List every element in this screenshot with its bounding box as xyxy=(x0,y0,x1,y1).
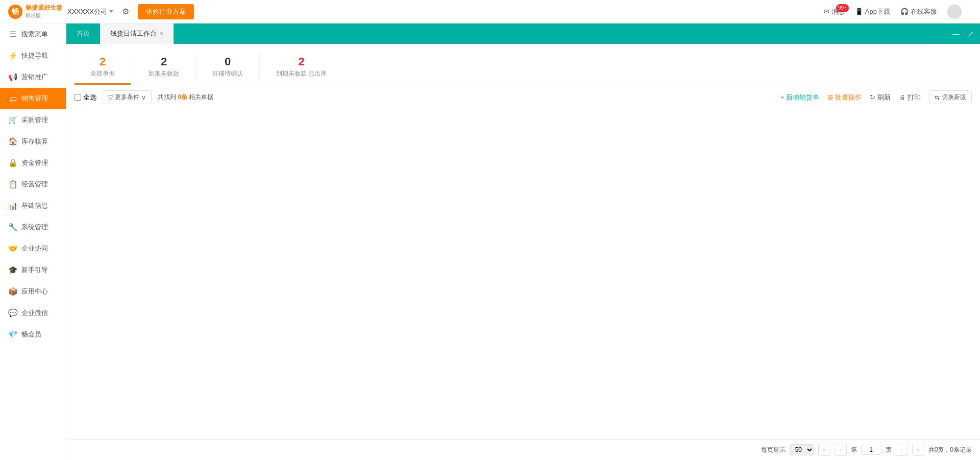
found-text: 共找到 0条 相关单据 xyxy=(158,93,213,102)
stat-divider-1 xyxy=(132,54,132,81)
sidebar-item-fund-mgmt[interactable]: 🔒 资金管理 xyxy=(0,152,66,174)
tab-close-icon[interactable]: × xyxy=(160,30,163,37)
sidebar-label-app-center: 应用中心 xyxy=(21,287,48,296)
stat-divider-2 xyxy=(195,54,196,81)
header-right: ✉ 消息 99+ 📱 App下载 🎧 在线客服 xyxy=(824,5,972,19)
stats-tabs: 2 全部单据 2 到期未收款 0 旺辅待确认 2 到期未收款 已出库 xyxy=(66,44,980,85)
sidebar: ☰ 搜索菜单 ⚡ 快捷导航 📢 营销推广 🏷 销售管理 🛒 采购管理 🏠 库存核… xyxy=(0,23,66,460)
trial-button[interactable]: 体验行业方案 xyxy=(138,4,194,19)
batch-op-icon: ⊞ xyxy=(827,93,833,101)
chevron-down-icon xyxy=(109,10,113,13)
top-header: 畅 畅捷通好生意 标准版 XXXXXX公司 ⚙ 体验行业方案 ✉ 消息 99+ … xyxy=(0,0,980,23)
sidebar-label-member: 畅会员 xyxy=(21,330,41,339)
page-label: 第 xyxy=(851,446,857,454)
download-icon: 📱 xyxy=(855,8,863,15)
sidebar-item-member[interactable]: 💎 畅会员 xyxy=(0,324,66,345)
tab-home[interactable]: 首页 xyxy=(66,23,100,44)
tab-minimize-button[interactable]: — xyxy=(950,28,962,40)
main-layout: ☰ 搜索菜单 ⚡ 快捷导航 📢 营销推广 🏷 销售管理 🛒 采购管理 🏠 库存核… xyxy=(0,23,980,460)
marketing-icon: 📢 xyxy=(8,72,17,82)
refresh-label: 刷新 xyxy=(877,93,891,102)
member-icon: 💎 xyxy=(8,330,17,339)
print-label: 打印 xyxy=(908,93,921,102)
message-badge: 99+ xyxy=(836,4,849,12)
sidebar-label-quick-nav: 快捷导航 xyxy=(21,51,48,60)
stat-count-overdue-out: 2 xyxy=(299,55,305,68)
sidebar-item-beginner[interactable]: 🎓 新手引导 xyxy=(0,259,66,281)
sys-mgmt-icon: 🔧 xyxy=(8,223,17,232)
sidebar-item-inventory[interactable]: 🏠 库存核算 xyxy=(0,131,66,152)
sidebar-label-inventory: 库存核算 xyxy=(21,137,48,146)
sidebar-item-sys-mgmt[interactable]: 🔧 系统管理 xyxy=(0,216,66,238)
pagination: 每页显示 50 « ‹ 第 页 › » 共0页，0条记录 xyxy=(66,439,980,460)
per-page-select[interactable]: 50 xyxy=(790,444,814,455)
sidebar-item-sales-mgmt[interactable]: 🏷 销售管理 xyxy=(0,88,66,109)
sidebar-item-purchase-mgmt[interactable]: 🛒 采购管理 xyxy=(0,109,66,131)
header-left: 畅 畅捷通好生意 标准版 XXXXXX公司 ⚙ 体验行业方案 xyxy=(8,4,194,19)
sidebar-item-search-menu[interactable]: ☰ 搜索菜单 xyxy=(0,23,66,45)
filter-chevron-icon: ∨ xyxy=(141,94,146,101)
sidebar-label-corp-collab: 企业协同 xyxy=(21,244,48,253)
quick-nav-icon: ⚡ xyxy=(8,51,17,60)
company-selector[interactable]: XXXXXX公司 xyxy=(67,7,113,16)
sidebar-item-corp-collab[interactable]: 🤝 企业协同 xyxy=(0,238,66,259)
logo-icon: 畅 xyxy=(8,5,22,19)
stat-divider-3 xyxy=(259,54,260,81)
select-all-checkbox[interactable]: 全选 xyxy=(75,93,96,102)
stat-count-wangpu: 0 xyxy=(225,55,231,68)
logo-subtitle: 标准版 xyxy=(26,12,62,19)
found-suffix: 相关单据 xyxy=(189,93,213,101)
found-prefix: 共找到 xyxy=(158,93,176,101)
new-btn-label: + 新增销货单 xyxy=(780,93,819,102)
stat-count-all: 2 xyxy=(100,55,106,68)
tab-workbench[interactable]: 钱货日清工作台 × xyxy=(100,23,174,44)
next-page-button[interactable]: › xyxy=(896,444,908,456)
sidebar-item-app-center[interactable]: 📦 应用中心 xyxy=(0,281,66,302)
company-name: XXXXXX公司 xyxy=(67,7,107,16)
app-center-icon: 📦 xyxy=(8,287,17,296)
service-icon: 🎧 xyxy=(900,8,909,15)
sidebar-label-sys-mgmt: 系统管理 xyxy=(21,223,48,232)
settings-button[interactable]: ⚙ xyxy=(118,5,133,19)
tab-expand-button[interactable]: ⤢ xyxy=(966,28,976,40)
stat-tab-overdue-out[interactable]: 2 到期未收款 已出库 xyxy=(261,50,342,85)
sidebar-label-search-menu: 搜索菜单 xyxy=(21,30,48,39)
print-button[interactable]: 🖨 打印 xyxy=(899,93,921,102)
gear-icon: ⚙ xyxy=(122,7,129,16)
stat-tab-wangpu[interactable]: 0 旺辅待确认 xyxy=(197,50,258,85)
sidebar-label-marketing: 营销推广 xyxy=(21,72,48,82)
sidebar-label-sales-mgmt: 销售管理 xyxy=(21,94,48,103)
sidebar-item-quick-nav[interactable]: ⚡ 快捷导航 xyxy=(0,45,66,66)
beginner-icon: 🎓 xyxy=(8,265,17,275)
online-service-button[interactable]: 🎧 在线客服 xyxy=(900,7,937,16)
stat-tab-overdue[interactable]: 2 到期未收款 xyxy=(133,50,194,85)
stat-label-wangpu: 旺辅待确认 xyxy=(212,69,243,78)
fund-mgmt-icon: 🔒 xyxy=(8,158,17,167)
online-service-label: 在线客服 xyxy=(911,7,937,16)
sidebar-item-basic-info[interactable]: 📊 基础信息 xyxy=(0,195,66,216)
select-all-input[interactable] xyxy=(75,94,81,101)
current-page-input[interactable] xyxy=(861,445,881,455)
stat-tab-all[interactable]: 2 全部单据 xyxy=(75,50,131,85)
switch-version-button[interactable]: ⇆ 切换新版 xyxy=(929,90,972,104)
filter-button[interactable]: ▽ 更多条件 ∨ xyxy=(103,90,152,104)
sidebar-item-marketing[interactable]: 📢 营销推广 xyxy=(0,66,66,88)
stat-label-all: 全部单据 xyxy=(90,69,115,78)
app-download-button[interactable]: 📱 App下载 xyxy=(855,7,890,16)
sidebar-item-corp-wechat[interactable]: 💬 企业微信 xyxy=(0,302,66,324)
sidebar-item-operations[interactable]: 📋 经营管理 xyxy=(0,174,66,195)
sidebar-label-fund-mgmt: 资金管理 xyxy=(21,158,48,167)
batch-op-button[interactable]: ⊞ 批量操作 xyxy=(827,93,862,102)
new-sales-order-button[interactable]: + 新增销货单 xyxy=(780,93,819,102)
avatar[interactable] xyxy=(947,5,962,19)
total-info: 共0页，0条记录 xyxy=(928,446,972,454)
prev-page-button[interactable]: ‹ xyxy=(835,444,847,456)
sidebar-label-basic-info: 基础信息 xyxy=(21,201,48,210)
last-page-button[interactable]: » xyxy=(912,444,924,456)
page-suffix: 页 xyxy=(886,446,892,454)
logo-text: 畅捷通好生意 标准版 xyxy=(26,4,62,19)
sidebar-label-purchase-mgmt: 采购管理 xyxy=(21,115,48,125)
refresh-button[interactable]: ↻ 刷新 xyxy=(870,93,891,102)
first-page-button[interactable]: « xyxy=(818,444,830,456)
message-button[interactable]: ✉ 消息 99+ xyxy=(824,7,845,16)
